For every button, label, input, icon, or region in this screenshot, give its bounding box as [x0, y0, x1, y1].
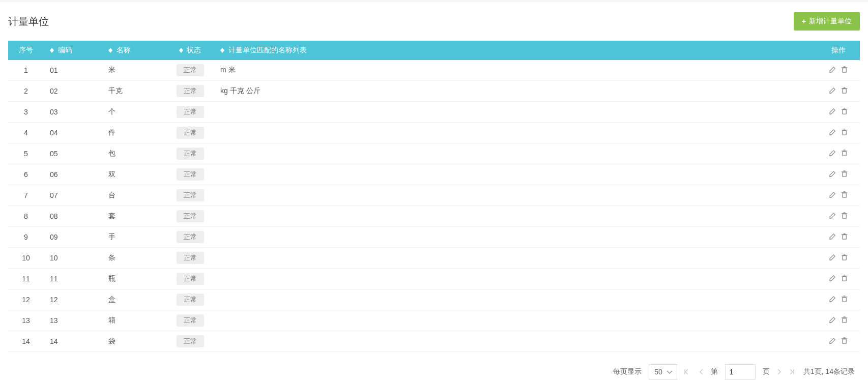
col-match-header[interactable]: 计量单位匹配的名称列表 [214, 41, 817, 60]
edit-button[interactable] [829, 170, 836, 179]
edit-button[interactable] [829, 212, 836, 221]
delete-button[interactable] [841, 337, 848, 346]
cell-code: 10 [44, 248, 102, 269]
plus-icon: + [802, 17, 806, 25]
edit-icon [829, 295, 836, 304]
prev-page-button[interactable] [699, 368, 704, 375]
edit-button[interactable] [829, 191, 836, 200]
add-unit-button[interactable]: + 新增计量单位 [794, 12, 860, 31]
cell-code: 03 [44, 102, 102, 123]
page-size-select[interactable]: 50 [649, 364, 677, 379]
edit-button[interactable] [829, 149, 836, 158]
sort-icon [50, 48, 54, 53]
delete-button[interactable] [841, 66, 848, 75]
delete-button[interactable] [841, 274, 848, 283]
table-row: 303个正常 [8, 102, 860, 123]
edit-button[interactable] [829, 128, 836, 137]
edit-icon [829, 128, 836, 137]
pagination-summary: 共1页, 14条记录 [803, 367, 855, 376]
edit-icon [829, 274, 836, 283]
cell-seq: 2 [8, 81, 44, 102]
delete-button[interactable] [841, 191, 848, 200]
edit-button[interactable] [829, 337, 836, 346]
cell-code: 14 [44, 331, 102, 352]
delete-button[interactable] [841, 232, 848, 242]
svg-marker-1 [50, 50, 54, 53]
trash-icon [841, 170, 848, 179]
delete-button[interactable] [841, 107, 848, 116]
cell-name: 袋 [102, 331, 166, 352]
edit-button[interactable] [829, 253, 836, 262]
cell-name: 双 [102, 164, 166, 185]
delete-button[interactable] [841, 212, 848, 221]
edit-button[interactable] [829, 66, 836, 75]
status-badge: 正常 [177, 106, 204, 118]
table-row: 808套正常 [8, 206, 860, 227]
table-row: 1111瓶正常 [8, 269, 860, 289]
edit-button[interactable] [829, 232, 836, 242]
status-badge: 正常 [177, 148, 204, 160]
cell-name: 箱 [102, 310, 166, 331]
cell-seq: 12 [8, 289, 44, 310]
trash-icon [841, 253, 848, 262]
trash-icon [841, 191, 848, 200]
col-name-label: 名称 [117, 46, 131, 54]
trash-icon [841, 316, 848, 325]
edit-button[interactable] [829, 107, 836, 116]
svg-rect-9 [842, 68, 846, 72]
col-code-header[interactable]: 编码 [44, 41, 102, 60]
col-seq-label: 序号 [19, 46, 33, 54]
delete-button[interactable] [841, 149, 848, 158]
status-badge: 正常 [177, 85, 204, 97]
cell-seq: 9 [8, 227, 44, 248]
table-row: 505包正常 [8, 143, 860, 164]
sort-icon [108, 48, 112, 53]
delete-button[interactable] [841, 316, 848, 325]
delete-button[interactable] [841, 295, 848, 304]
col-name-header[interactable]: 名称 [102, 41, 166, 60]
edit-button[interactable] [829, 295, 836, 304]
col-status-header[interactable]: 状态 [166, 41, 214, 60]
svg-marker-3 [108, 50, 112, 53]
svg-rect-29 [842, 172, 846, 177]
page-title: 计量单位 [8, 15, 49, 28]
trash-icon [841, 337, 848, 346]
sort-icon [220, 48, 224, 53]
table-row: 909手正常 [8, 227, 860, 248]
cell-match [214, 227, 817, 248]
delete-button[interactable] [841, 170, 848, 179]
table-row: 1010条正常 [8, 248, 860, 269]
cell-seq: 3 [8, 102, 44, 123]
col-seq-header[interactable]: 序号 [8, 41, 44, 60]
cell-name: 件 [102, 123, 166, 143]
trash-icon [841, 86, 848, 96]
table-row: 1414袋正常 [8, 331, 860, 352]
cell-match [214, 102, 817, 123]
next-page-button[interactable] [777, 368, 782, 375]
cell-name: 瓶 [102, 269, 166, 289]
edit-button[interactable] [829, 316, 836, 325]
trash-icon [841, 66, 848, 75]
edit-icon [829, 66, 836, 75]
last-page-button[interactable] [789, 368, 796, 375]
first-page-button[interactable] [684, 368, 691, 375]
svg-rect-57 [842, 318, 846, 323]
delete-button[interactable] [841, 128, 848, 137]
svg-rect-49 [842, 277, 846, 281]
cell-name: 个 [102, 102, 166, 123]
cell-seq: 14 [8, 331, 44, 352]
trash-icon [841, 149, 848, 158]
col-match-label: 计量单位匹配的名称列表 [228, 46, 307, 54]
di-label: 第 [711, 367, 718, 376]
svg-rect-45 [842, 256, 846, 260]
edit-button[interactable] [829, 86, 836, 96]
col-status-label: 状态 [187, 46, 201, 54]
delete-button[interactable] [841, 253, 848, 262]
svg-rect-25 [842, 152, 846, 156]
status-badge: 正常 [177, 294, 204, 306]
cell-seq: 8 [8, 206, 44, 227]
delete-button[interactable] [841, 86, 848, 96]
edit-button[interactable] [829, 274, 836, 283]
svg-rect-37 [842, 214, 846, 218]
page-number-input[interactable] [725, 364, 756, 379]
